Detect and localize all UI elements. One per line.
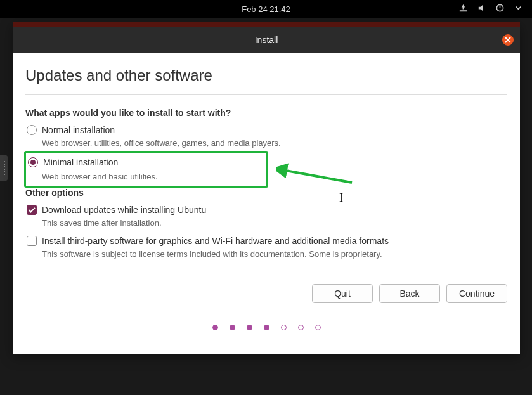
pager-dot bbox=[230, 325, 235, 330]
power-icon[interactable] bbox=[495, 3, 505, 15]
window-titlebar: Install bbox=[13, 27, 520, 53]
checkbox-label: Install third-party software for graphic… bbox=[42, 236, 389, 246]
checkbox-icon bbox=[27, 236, 37, 246]
checkbox-download-updates[interactable]: Download updates while installing Ubuntu bbox=[25, 203, 507, 217]
dock-handle[interactable] bbox=[0, 155, 8, 181]
button-row: Quit Back Continue bbox=[25, 284, 507, 303]
pager-dot bbox=[281, 325, 287, 330]
desktop-topbar: Feb 24 21:42 bbox=[0, 0, 532, 18]
close-button[interactable] bbox=[502, 34, 514, 46]
radio-normal-install[interactable]: Normal installation bbox=[25, 123, 507, 137]
checkbox-icon bbox=[27, 205, 37, 215]
topbar-datetime: Feb 24 21:42 bbox=[242, 4, 290, 14]
pager-dot bbox=[264, 325, 269, 330]
close-icon bbox=[505, 37, 511, 43]
chevron-down-icon[interactable] bbox=[514, 3, 523, 15]
normal-install-desc: Web browser, utilities, office software,… bbox=[42, 138, 507, 148]
checkbox-label: Download updates while installing Ubuntu bbox=[42, 205, 206, 215]
apps-heading: What apps would you like to install to s… bbox=[25, 108, 507, 118]
radio-icon bbox=[27, 125, 37, 135]
other-options-heading: Other options bbox=[25, 188, 507, 198]
pager-dot bbox=[315, 325, 321, 330]
accent-strip bbox=[13, 22, 520, 27]
third-party-desc: This software is subject to license term… bbox=[42, 249, 507, 259]
window-title: Install bbox=[255, 35, 278, 45]
quit-button[interactable]: Quit bbox=[312, 284, 373, 303]
installer-window: Install Updates and other software What … bbox=[13, 22, 520, 354]
step-pager bbox=[25, 325, 507, 343]
minimal-install-desc: Web browser and basic utilities. bbox=[42, 172, 507, 181]
pager-dot bbox=[247, 325, 252, 330]
checkbox-third-party[interactable]: Install third-party software for graphic… bbox=[25, 234, 507, 248]
radio-minimal-install[interactable]: Minimal installation bbox=[25, 154, 507, 171]
network-icon[interactable] bbox=[458, 3, 468, 15]
radio-label: Normal installation bbox=[42, 125, 115, 135]
page-title: Updates and other software bbox=[25, 67, 507, 95]
pager-dot bbox=[212, 325, 218, 330]
radio-icon bbox=[28, 157, 38, 167]
back-button[interactable]: Back bbox=[379, 284, 440, 303]
volume-icon[interactable] bbox=[477, 3, 486, 15]
radio-label: Minimal installation bbox=[43, 157, 118, 167]
download-updates-desc: This saves time after installation. bbox=[42, 218, 507, 228]
continue-button[interactable]: Continue bbox=[446, 284, 507, 303]
pager-dot bbox=[298, 325, 304, 330]
